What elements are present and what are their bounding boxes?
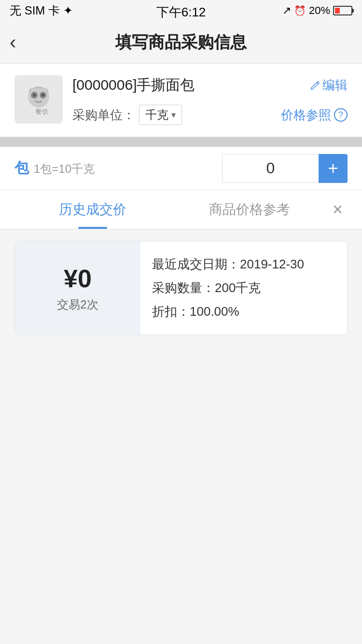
no-sim-text: 无 SIM 卡 ✦: [10, 3, 73, 18]
tab-product-price-ref[interactable]: 商品价格参考: [171, 190, 327, 229]
product-thumbnail: 餐饮: [14, 75, 63, 124]
product-name: [0000006]手撕面包: [72, 75, 195, 95]
status-left: 无 SIM 卡 ✦: [10, 3, 73, 18]
tab-history-price[interactable]: 历史成交价: [14, 190, 171, 229]
battery-fill: [335, 8, 340, 14]
product-thumb-icon: 餐饮: [22, 83, 56, 116]
price-display: ¥0: [64, 264, 92, 293]
quantity-label-group: 包 1包=10千克: [14, 158, 95, 178]
card-right-details: 最近成交日期：2019-12-30 采购数量：200千克 折扣：100.00%: [140, 241, 347, 335]
tab-active-underline: [78, 227, 107, 229]
card-left-price: ¥0 交易2次: [15, 241, 140, 335]
purchase-qty-row: 采购数量：200千克: [152, 280, 335, 296]
location-icon: ↗: [282, 4, 291, 17]
page-title: 填写商品采购信息: [115, 31, 247, 54]
tabs-close-button[interactable]: ×: [328, 199, 348, 220]
battery-indicator: [333, 6, 352, 15]
tab-product-price-ref-label: 商品价格参考: [209, 200, 290, 219]
quantity-conversion: 1包=10千克: [34, 161, 95, 177]
product-row: 餐饮 [0000006]手撕面包 编辑 采购单位： 千克: [14, 75, 348, 125]
help-icon: ?: [334, 108, 348, 122]
svg-text:餐饮: 餐饮: [35, 108, 49, 115]
quantity-plus-button[interactable]: +: [319, 154, 348, 183]
product-name-row: [0000006]手撕面包 编辑: [72, 75, 348, 95]
status-right: ↗ ⏰ 20%: [282, 4, 352, 17]
purchase-unit-group: 采购单位： 千克 ▾: [72, 105, 182, 125]
purchase-qty-value: 200千克: [215, 280, 261, 295]
edit-link[interactable]: 编辑: [310, 77, 348, 94]
status-time: 下午6:12: [156, 4, 206, 21]
dropdown-arrow-icon: ▾: [171, 110, 176, 120]
header: ‹ 填写商品采购信息: [0, 21, 362, 64]
price-ref-link[interactable]: 价格参照 ?: [281, 107, 348, 124]
unit-value: 千克: [145, 107, 168, 123]
tabs-row: 历史成交价 商品价格参考 ×: [0, 190, 362, 229]
svg-point-4: [42, 94, 44, 97]
discount-label: 折扣：: [152, 304, 190, 319]
quantity-input[interactable]: 0: [222, 154, 319, 183]
purchase-qty-label: 采购数量：: [152, 280, 215, 295]
edit-icon: [310, 80, 320, 91]
purchase-unit-label: 采购单位：: [72, 107, 135, 124]
latest-date-row: 最近成交日期：2019-12-30: [152, 256, 335, 273]
latest-date-value: 2019-12-30: [240, 257, 304, 271]
tabs-section: 历史成交价 商品价格参考 ×: [0, 190, 362, 229]
battery-percent: 20%: [309, 4, 330, 17]
price-ref-label: 价格参照: [281, 107, 331, 124]
latest-date-label: 最近成交日期：: [152, 257, 240, 271]
edit-label: 编辑: [322, 77, 348, 94]
section-divider: [0, 137, 362, 147]
alarm-icon: ⏰: [294, 5, 306, 16]
status-bar: 无 SIM 卡 ✦ 下午6:12 ↗ ⏰ 20%: [0, 0, 362, 21]
card-section: ¥0 交易2次 最近成交日期：2019-12-30 采购数量：200千克 折扣：…: [0, 229, 362, 347]
tab-history-price-label: 历史成交价: [59, 200, 126, 219]
trade-count: 交易2次: [57, 297, 98, 312]
svg-marker-5: [31, 86, 46, 88]
history-card: ¥0 交易2次 最近成交日期：2019-12-30 采购数量：200千克 折扣：…: [14, 241, 348, 335]
quantity-section: 包 1包=10千克 0 +: [0, 147, 362, 190]
purchase-row: 采购单位： 千克 ▾ 价格参照 ?: [72, 105, 348, 125]
unit-selector[interactable]: 千克 ▾: [139, 105, 182, 125]
back-button[interactable]: ‹: [10, 31, 16, 53]
discount-value: 100.00%: [190, 304, 239, 319]
product-section: 餐饮 [0000006]手撕面包 编辑 采购单位： 千克: [0, 64, 362, 137]
discount-row: 折扣：100.00%: [152, 303, 335, 320]
quantity-unit: 包: [14, 158, 29, 178]
quantity-input-group: 0 +: [222, 154, 348, 183]
product-info: [0000006]手撕面包 编辑 采购单位： 千克 ▾: [72, 75, 348, 125]
svg-point-3: [33, 94, 36, 97]
